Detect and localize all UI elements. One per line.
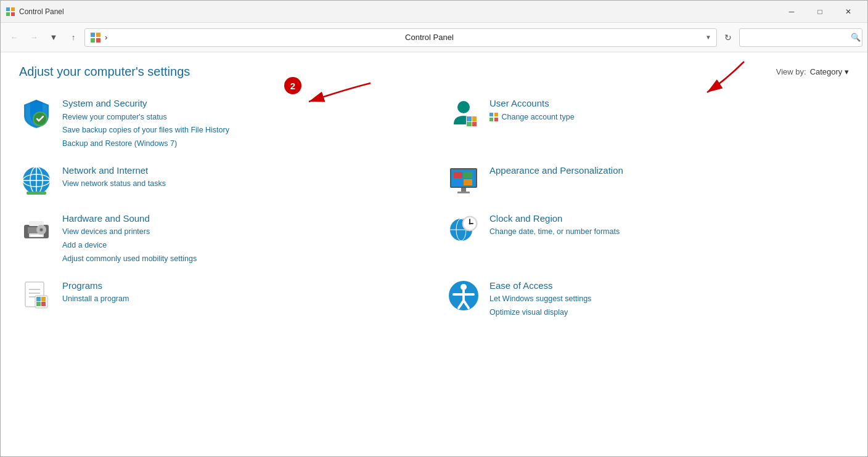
- system-security-name[interactable]: System and Security: [62, 97, 229, 110]
- address-path-separator: ›: [105, 33, 401, 42]
- hardware-sound-link-2[interactable]: Add a device: [62, 240, 197, 251]
- svg-point-10: [457, 101, 470, 113]
- svg-point-49: [469, 222, 471, 224]
- title-bar-text: Control Panel: [19, 7, 64, 16]
- user-accounts-text: User Accounts Change account type: [489, 96, 575, 123]
- view-by-dropdown[interactable]: Category ▾: [810, 67, 849, 76]
- back-button[interactable]: ←: [6, 29, 23, 46]
- clock-region-text: Clock and Region Change date, time, or n…: [489, 211, 620, 238]
- hardware-sound-link-1[interactable]: View devices and printers: [62, 226, 197, 238]
- window: Control Panel ─ □ ✕ ← → ▼ ↑ › Control Pa…: [0, 0, 868, 457]
- svg-rect-33: [457, 192, 470, 193]
- svg-rect-6: [91, 38, 95, 42]
- user-accounts-link-1[interactable]: Change account type: [489, 111, 575, 123]
- hardware-sound-name[interactable]: Hardware and Sound: [62, 212, 197, 225]
- address-path-icon: [90, 32, 101, 43]
- category-network-internet[interactable]: Network and Internet View network status…: [19, 163, 422, 198]
- svg-rect-38: [30, 235, 43, 237]
- svg-rect-19: [494, 118, 498, 121]
- up-button[interactable]: ↑: [65, 29, 82, 46]
- title-bar: Control Panel ─ □ ✕: [1, 1, 867, 23]
- annotation-badge-2: 2: [284, 77, 301, 94]
- svg-rect-13: [472, 116, 477, 121]
- hardware-sound-icon: [19, 211, 54, 246]
- system-security-icon: [19, 96, 54, 131]
- title-bar-left: Control Panel: [6, 7, 64, 17]
- close-button[interactable]: ✕: [834, 1, 862, 23]
- system-security-link-1[interactable]: Review your computer's status: [62, 111, 229, 123]
- minimize-button[interactable]: ─: [777, 1, 806, 23]
- category-programs[interactable]: Programs Uninstall a program: [19, 278, 422, 318]
- programs-link-1[interactable]: Uninstall a program: [62, 293, 129, 305]
- system-security-link-2[interactable]: Save backup copies of your files with Fi…: [62, 124, 229, 136]
- recent-button[interactable]: ▼: [45, 29, 62, 46]
- hardware-sound-link-3[interactable]: Adjust commonly used mobility settings: [62, 253, 197, 265]
- svg-rect-29: [464, 172, 472, 178]
- svg-rect-32: [461, 188, 466, 192]
- address-path-text: Control Panel: [405, 33, 702, 42]
- search-icon[interactable]: 🔍: [851, 33, 861, 42]
- ease-access-link-1[interactable]: Let Windows suggest settings: [489, 293, 591, 305]
- appearance-name[interactable]: Appearance and Personalization: [489, 164, 623, 177]
- category-hardware-sound[interactable]: Hardware and Sound View devices and prin…: [19, 211, 422, 265]
- refresh-button[interactable]: ↻: [719, 29, 737, 46]
- ease-access-icon: [446, 278, 481, 313]
- category-ease-access[interactable]: Ease of Access Let Windows suggest setti…: [446, 278, 849, 318]
- address-dropdown-icon[interactable]: ▼: [705, 34, 711, 41]
- main-content: Adjust your computer's settings View by:…: [1, 52, 867, 456]
- category-clock-region[interactable]: Clock and Region Change date, time, or n…: [446, 211, 849, 265]
- svg-rect-14: [467, 122, 472, 126]
- ease-access-name[interactable]: Ease of Access: [489, 280, 591, 292]
- network-internet-icon: [19, 163, 54, 198]
- title-bar-controls: ─ □ ✕: [777, 1, 862, 23]
- network-internet-text: Network and Internet View network status…: [62, 163, 166, 190]
- user-accounts-name[interactable]: User Accounts: [489, 97, 575, 110]
- search-box: 🔍: [739, 28, 862, 47]
- svg-rect-0: [6, 7, 10, 11]
- system-security-link-3[interactable]: Backup and Restore (Windows 7): [62, 138, 229, 150]
- svg-rect-31: [464, 179, 472, 185]
- ease-access-link-2[interactable]: Optimize visual display: [489, 307, 591, 318]
- category-system-security[interactable]: System and Security Review your computer…: [19, 96, 422, 150]
- clock-region-icon: [446, 211, 481, 246]
- svg-rect-57: [41, 297, 46, 301]
- svg-rect-56: [36, 297, 41, 301]
- address-bar: ← → ▼ ↑ › Control Panel ▼ ↻ 🔍: [1, 23, 867, 52]
- page-header: Adjust your computer's settings View by:…: [19, 65, 849, 79]
- svg-rect-7: [96, 38, 100, 42]
- svg-rect-5: [96, 33, 100, 37]
- search-input[interactable]: [745, 33, 848, 42]
- network-internet-link-1[interactable]: View network status and tasks: [62, 178, 166, 190]
- address-bar-input[interactable]: › Control Panel ▼: [84, 28, 717, 47]
- programs-name[interactable]: Programs: [62, 280, 129, 292]
- svg-rect-18: [489, 118, 493, 121]
- svg-rect-4: [91, 33, 95, 37]
- svg-rect-17: [494, 113, 498, 116]
- svg-rect-12: [467, 116, 472, 121]
- svg-point-41: [41, 228, 43, 230]
- svg-rect-2: [6, 12, 10, 16]
- network-internet-name[interactable]: Network and Internet: [62, 164, 166, 177]
- hardware-sound-text: Hardware and Sound View devices and prin…: [62, 211, 197, 265]
- clock-region-name[interactable]: Clock and Region: [489, 212, 620, 225]
- clock-region-link-1[interactable]: Change date, time, or number formats: [489, 226, 620, 238]
- svg-rect-28: [454, 172, 462, 178]
- view-by: View by: Category ▾: [776, 67, 849, 76]
- category-appearance[interactable]: Appearance and Personalization: [446, 163, 849, 198]
- categories-grid: System and Security Review your computer…: [19, 96, 849, 332]
- programs-icon: [19, 278, 54, 313]
- forward-button[interactable]: →: [25, 29, 43, 46]
- svg-rect-3: [11, 12, 15, 16]
- user-accounts-icon: [446, 96, 481, 131]
- page-title: Adjust your computer's settings: [19, 65, 190, 79]
- svg-rect-25: [27, 192, 46, 195]
- svg-rect-1: [11, 7, 15, 11]
- category-user-accounts[interactable]: User Accounts Change account type: [446, 96, 849, 150]
- view-by-label: View by:: [776, 67, 806, 76]
- svg-rect-30: [454, 179, 462, 185]
- svg-rect-15: [472, 122, 477, 126]
- maximize-button[interactable]: □: [806, 1, 834, 23]
- appearance-text: Appearance and Personalization: [489, 163, 623, 177]
- svg-rect-16: [489, 113, 493, 116]
- appearance-icon: [446, 163, 481, 198]
